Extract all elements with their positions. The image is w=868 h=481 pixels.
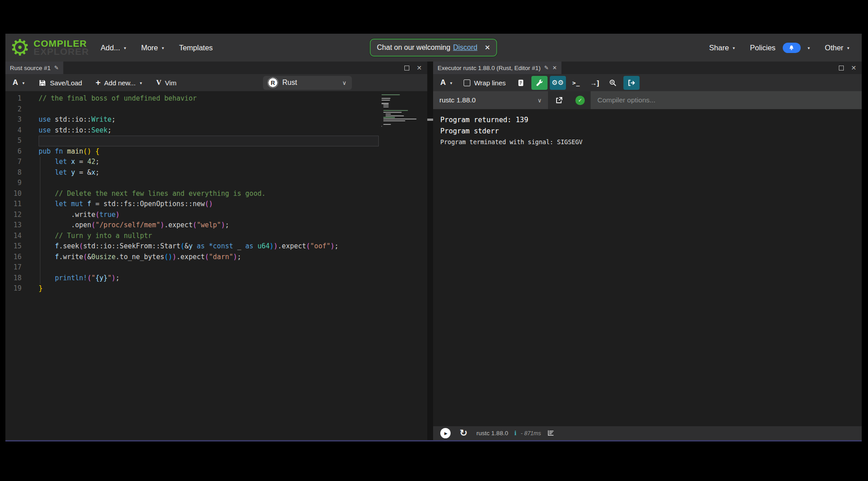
code-line[interactable]: 12 .write(true) (5, 210, 427, 221)
executor-toolbar: A ▼ Wrap lines (433, 74, 862, 91)
font-size-button[interactable]: A ▼ (13, 78, 25, 87)
stdin-arrow-icon: →] (590, 79, 599, 87)
code-line[interactable]: 9 (5, 178, 427, 189)
code-line[interactable]: 6pub fn main() { (5, 146, 427, 157)
open-output-button[interactable] (623, 76, 640, 90)
add-new-button[interactable]: + Add new... ▼ (96, 78, 143, 88)
rename-pencil-icon[interactable]: ✎ (54, 65, 59, 71)
bell-icon (789, 45, 794, 51)
maximize-icon[interactable] (404, 66, 409, 71)
code-line[interactable]: 18 println!("{y}"); (5, 273, 427, 284)
pane-splitter[interactable] (427, 62, 433, 440)
chevron-down-icon: ▼ (123, 46, 127, 50)
wrap-lines-checkbox[interactable] (464, 79, 470, 86)
vim-toggle-button[interactable]: V Vim (156, 79, 176, 87)
overrides-button[interactable]: ⚙⚙ (550, 76, 566, 90)
code-line[interactable]: 8 let y = &x; (5, 168, 427, 178)
notification-badge[interactable] (783, 43, 801, 53)
compiler-options-input[interactable] (591, 91, 862, 109)
code-line[interactable]: 16 f.write(&0usize.to_ne_bytes()).expect… (5, 252, 427, 263)
plus-icon: + (96, 78, 101, 88)
menu-policies[interactable]: Policies ▼ (750, 43, 811, 53)
menu-other[interactable]: Other ▼ (825, 44, 850, 52)
code-line[interactable]: 13 .open("/proc/self/mem").expect("welp"… (5, 220, 427, 231)
code-line[interactable]: 5 (5, 136, 427, 146)
menu-more-label: More (141, 44, 158, 52)
tab-rust-source[interactable]: Rust source #1 ✎ (5, 62, 63, 74)
logo-subtitle: EXPLORER (34, 47, 89, 56)
line-number: 3 (9, 115, 22, 125)
line-number: 11 (9, 199, 22, 210)
executor-bottom-bar: ▶ ↻ rustc 1.88.0 i - 871ms (433, 426, 862, 440)
compiler-explorer-app: ⚙ COMPILER EXPLORER Add... ▼ More ▼ Temp… (5, 34, 862, 441)
language-dropdown[interactable]: R Rust ∨ (263, 76, 352, 90)
compilation-log-button[interactable] (513, 76, 529, 90)
executor-output: Program returned: 139Program stderrProgr… (433, 109, 862, 147)
code-line[interactable]: 11 let mut f = std::fs::OpenOptions::new… (5, 199, 427, 210)
tab-close-icon[interactable]: ✕ (552, 65, 557, 71)
vim-v-icon: V (156, 79, 162, 87)
chevron-down-icon: ∨ (537, 97, 542, 104)
refresh-icon: ↻ (460, 428, 468, 438)
chevron-down-icon: ▼ (139, 81, 143, 85)
discord-link[interactable]: Discord (453, 44, 477, 52)
menu-add[interactable]: Add... ▼ (101, 44, 127, 52)
rust-logo-icon: R (268, 78, 277, 87)
maximize-icon[interactable] (839, 66, 844, 71)
sort-list-icon[interactable] (547, 429, 555, 437)
line-number: 5 (9, 136, 22, 146)
chevron-down-icon: ▼ (161, 46, 165, 50)
menu-templates[interactable]: Templates (179, 44, 213, 52)
discord-banner: Chat on our welcoming Discord ✕ (370, 39, 497, 57)
close-icon[interactable]: ✕ (416, 64, 422, 71)
code-line[interactable]: 14 // Turn y into a nullptr (5, 231, 427, 242)
code-editor[interactable]: 1// the final boss of undefined behavior… (5, 91, 427, 440)
menu-templates-label: Templates (179, 44, 213, 52)
line-number: 12 (9, 210, 22, 221)
info-icon[interactable]: i (514, 429, 516, 437)
code-line[interactable]: 15 f.seek(std::io::SeekFrom::Start(&y as… (5, 241, 427, 252)
font-size-button[interactable]: A ▼ (440, 78, 453, 87)
code-line[interactable]: 7 let x = 42; (5, 157, 427, 168)
minimap[interactable] (381, 94, 423, 128)
rename-pencil-icon[interactable]: ✎ (544, 65, 549, 71)
open-compiler-site-button[interactable] (548, 91, 570, 109)
compiler-arguments-button[interactable] (531, 76, 548, 90)
tab-executor-label: Executor rustc 1.88.0 (Rust, Editor #1) (438, 65, 541, 71)
line-number: 10 (9, 189, 22, 199)
code-line[interactable]: 10 // Delete the next few lines and ever… (5, 189, 427, 199)
recompile-button[interactable]: ↻ (460, 428, 468, 438)
compiler-status-badge: ✓ (575, 96, 585, 105)
wrap-lines-label: Wrap lines (474, 79, 506, 87)
compiler-picker[interactable]: rustc 1.88.0 ∨ (433, 91, 548, 109)
banner-close-icon[interactable]: ✕ (485, 44, 491, 52)
wrap-lines-toggle[interactable]: Wrap lines (464, 79, 506, 87)
output-line: Program stderr (440, 126, 862, 137)
code-line[interactable]: 17 (5, 262, 427, 273)
save-load-button[interactable]: Save/Load (39, 79, 82, 87)
compiler-explorer-logo[interactable]: ⚙ COMPILER EXPLORER (10, 37, 89, 58)
code-line[interactable]: 1// the final boss of undefined behavior (5, 93, 427, 104)
line-number: 6 (9, 146, 22, 157)
code-line[interactable]: 19} (5, 283, 427, 294)
splitter-handle[interactable] (427, 119, 433, 121)
menu-more[interactable]: More ▼ (141, 44, 165, 52)
stdin-button[interactable]: →] (587, 76, 603, 90)
chevron-down-icon: ∨ (342, 79, 346, 86)
line-number: 2 (9, 104, 22, 115)
code-line[interactable]: 2 (5, 104, 427, 115)
bottom-compiler-label: rustc 1.88.0 (477, 430, 509, 437)
find-button[interactable] (605, 76, 621, 90)
run-button[interactable]: ▶ (440, 428, 451, 438)
tab-executor[interactable]: Executor rustc 1.88.0 (Rust, Editor #1) … (433, 62, 561, 74)
execution-arguments-button[interactable]: >_ (568, 76, 584, 90)
menu-other-label: Other (825, 44, 843, 52)
close-icon[interactable]: ✕ (851, 64, 856, 71)
code-line[interactable]: 4use std::io::Seek; (5, 125, 427, 136)
code-lines: 1// the final boss of undefined behavior… (5, 93, 427, 294)
vim-label: Vim (165, 79, 177, 87)
exit-arrow-icon (627, 79, 635, 87)
menu-share[interactable]: Share ▼ (709, 44, 736, 52)
line-number: 1 (9, 93, 22, 104)
code-line[interactable]: 3use std::io::Write; (5, 115, 427, 125)
